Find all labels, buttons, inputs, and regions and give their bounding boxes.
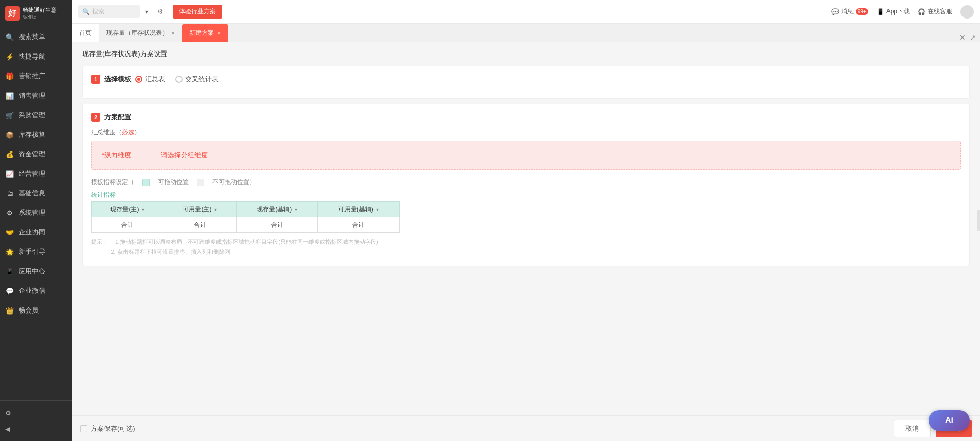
sidebar-item-7[interactable]: 📈经营管理 xyxy=(0,164,72,183)
sidebar-item-6[interactable]: 💰资金管理 xyxy=(0,144,72,164)
sidebar-label-13: 企业微信 xyxy=(19,286,45,296)
metric-legend: 模板指标设定（ 可拖动位置 不可拖动位置） xyxy=(91,178,961,187)
message-badge: 99+ xyxy=(856,8,868,15)
sidebar-item-0[interactable]: 🔍搜索菜单 xyxy=(0,27,72,47)
user-avatar[interactable] xyxy=(960,5,974,19)
col-dropdown-0[interactable]: ▾ xyxy=(142,207,144,212)
cancel-button[interactable]: 取消 xyxy=(894,420,931,437)
dimension-required-mark: 必选 xyxy=(122,128,134,136)
radio-summary-label: 汇总表 xyxy=(145,75,165,84)
topbar-gear[interactable]: ⚙ xyxy=(153,5,168,19)
topbar-search[interactable]: 🔍 搜索 xyxy=(78,5,140,18)
sidebar-item-8[interactable]: 🗂基础信息 xyxy=(0,183,72,203)
sidebar-label-6: 资金管理 xyxy=(19,150,45,159)
sidebar-label-7: 经营管理 xyxy=(19,169,45,178)
tab-inventory-label: 现存量（库存状况表） xyxy=(106,29,168,38)
app-name: 畅捷通好生意 xyxy=(23,6,57,13)
metric-col-2[interactable]: 现存量(基辅)▾ xyxy=(236,202,318,217)
legend-fixed-label: 不可拖动位置） xyxy=(212,178,256,187)
sidebar-icon-7: 📈 xyxy=(5,169,14,178)
app-download-btn[interactable]: 📱 App下载 xyxy=(877,7,910,16)
col-dropdown-1[interactable]: ▾ xyxy=(214,207,217,212)
sidebar-label-4: 采购管理 xyxy=(19,111,45,120)
industry-btn[interactable]: 体验行业方案 xyxy=(173,5,222,19)
sidebar-item-3[interactable]: 📊销售管理 xyxy=(0,86,72,105)
sidebar-item-2[interactable]: 🎁营销推广 xyxy=(0,66,72,86)
sidebar-settings[interactable]: ⚙ xyxy=(0,405,72,421)
dimension-area[interactable]: *纵向维度 —— 请选择分组维度 xyxy=(91,141,961,170)
online-service-label: 在线客服 xyxy=(928,7,952,16)
metric-cell-0: 合计 xyxy=(92,217,164,233)
sidebar-item-9[interactable]: ⚙系统管理 xyxy=(0,203,72,223)
sidebar-label-5: 库存核算 xyxy=(19,130,45,139)
tabbar: 首页 现存量（库存状况表） × 新建方案 × ✕ ⤢ xyxy=(72,24,980,42)
metric-label-text: 模板指标设定（ xyxy=(91,178,134,187)
tab-new-plan-close[interactable]: × xyxy=(217,30,220,36)
tab-inventory-close[interactable]: × xyxy=(171,30,174,36)
settings-icon: ⚙ xyxy=(5,409,11,417)
sidebar-item-10[interactable]: 🤝企业协同 xyxy=(0,223,72,242)
search-text: 搜索 xyxy=(92,7,104,16)
hint-title: 提示： xyxy=(91,238,114,245)
sidebar-item-12[interactable]: 📱应用中心 xyxy=(0,262,72,281)
sidebar-label-1: 快捷导航 xyxy=(19,52,45,61)
sidebar-icon-11: 🌟 xyxy=(5,247,14,256)
sidebar-collapse[interactable]: ◀ xyxy=(0,421,72,437)
radio-cross-label: 交叉统计表 xyxy=(185,75,219,84)
hint-section: 提示： 1.拖动标题栏可以调整布局，不可跨维度或指标区域拖动栏目字段(只能在同一… xyxy=(91,237,961,258)
headset-icon: 🎧 xyxy=(918,8,925,15)
footer-bar: 方案保存(可选) 取消 查询 xyxy=(72,415,980,441)
sidebar-label-0: 搜索菜单 xyxy=(19,32,45,42)
metric-col-1[interactable]: 可用量(主)▾ xyxy=(164,202,236,217)
radio-cross-table[interactable]: 交叉统计表 xyxy=(175,75,219,84)
app-logo: 好 畅捷通好生意 标准版 xyxy=(0,0,72,27)
message-btn[interactable]: 💬 消息 99+ xyxy=(831,7,868,16)
col-dropdown-2[interactable]: ▾ xyxy=(295,207,297,212)
sidebar-item-14[interactable]: 👑畅会员 xyxy=(0,301,72,320)
section-plan-config: 2 方案配置 汇总维度（必选） *纵向维度 —— 请选择分组维度 模板指标设定（… xyxy=(82,104,970,266)
metric-col-3[interactable]: 可用量(基辅)▾ xyxy=(318,202,400,217)
tab-inventory-status[interactable]: 现存量（库存状况表） × xyxy=(99,24,182,42)
topbar-dropdown[interactable]: ▾ xyxy=(145,8,148,15)
sidebar-item-5[interactable]: 📦库存核算 xyxy=(0,125,72,144)
radio-summary-table[interactable]: 汇总表 xyxy=(135,75,165,84)
sidebar-item-4[interactable]: 🛒采购管理 xyxy=(0,105,72,125)
ai-fab-button[interactable]: Ai xyxy=(929,410,970,431)
sidebar-label-11: 新手引导 xyxy=(19,247,45,256)
close-win-btn[interactable]: ✕ xyxy=(959,33,966,42)
tab-home[interactable]: 首页 xyxy=(72,24,99,42)
panel-resize-handle[interactable] xyxy=(977,210,980,231)
sidebar-label-8: 基础信息 xyxy=(19,189,45,198)
col-dropdown-3[interactable]: ▾ xyxy=(376,207,379,212)
search-icon: 🔍 xyxy=(82,8,90,15)
content-area: 现存量(库存状况表)方案设置 1 选择模板 汇总表 交叉统计表 xyxy=(72,42,980,415)
sidebar-icon-8: 🗂 xyxy=(5,189,14,198)
footer-save-check[interactable]: 方案保存(可选) xyxy=(80,424,135,433)
expand-win-btn[interactable]: ⤢ xyxy=(970,33,976,42)
metric-table: 现存量(主)▾可用量(主)▾现存量(基辅)▾可用量(基辅)▾ 合计合计合计合计 xyxy=(91,201,400,233)
hint-line-1: 提示： 1.拖动标题栏可以调整布局，不可跨维度或指标区域拖动栏目字段(只能在同一… xyxy=(91,237,961,247)
main-area: 🔍 搜索 ▾ ⚙ 体验行业方案 💬 消息 99+ 📱 App下载 🎧 在线客服 xyxy=(72,0,980,441)
topbar: 🔍 搜索 ▾ ⚙ 体验行业方案 💬 消息 99+ 📱 App下载 🎧 在线客服 xyxy=(72,0,980,24)
sidebar-nav: 🔍搜索菜单⚡快捷导航🎁营销推广📊销售管理🛒采购管理📦库存核算💰资金管理📈经营管理… xyxy=(0,27,72,400)
save-checkbox[interactable] xyxy=(80,425,87,432)
metric-col-0[interactable]: 现存量(主)▾ xyxy=(92,202,164,217)
sidebar-icon-13: 💬 xyxy=(5,286,14,296)
sidebar-icon-9: ⚙ xyxy=(5,208,14,217)
tab-new-plan[interactable]: 新建方案 × xyxy=(182,24,228,42)
collapse-icon: ◀ xyxy=(5,425,10,433)
radio-dot-summary xyxy=(135,76,142,83)
sidebar-item-11[interactable]: 🌟新手引导 xyxy=(0,242,72,262)
metric-table-body-row: 合计合计合计合计 xyxy=(92,217,400,233)
tab-new-plan-label: 新建方案 xyxy=(189,29,214,38)
dimension-required-label: *纵向维度 xyxy=(102,151,131,160)
sidebar-icon-6: 💰 xyxy=(5,150,14,159)
online-service-btn[interactable]: 🎧 在线客服 xyxy=(918,7,952,16)
metric-cell-2: 合计 xyxy=(236,217,318,233)
section1-number: 1 xyxy=(91,75,100,84)
sidebar-item-1[interactable]: ⚡快捷导航 xyxy=(0,47,72,66)
sidebar-icon-5: 📦 xyxy=(5,130,14,139)
sidebar-label-3: 销售管理 xyxy=(19,91,45,100)
sidebar-item-13[interactable]: 💬企业微信 xyxy=(0,281,72,301)
dimension-label: 汇总维度（必选） xyxy=(91,128,961,137)
